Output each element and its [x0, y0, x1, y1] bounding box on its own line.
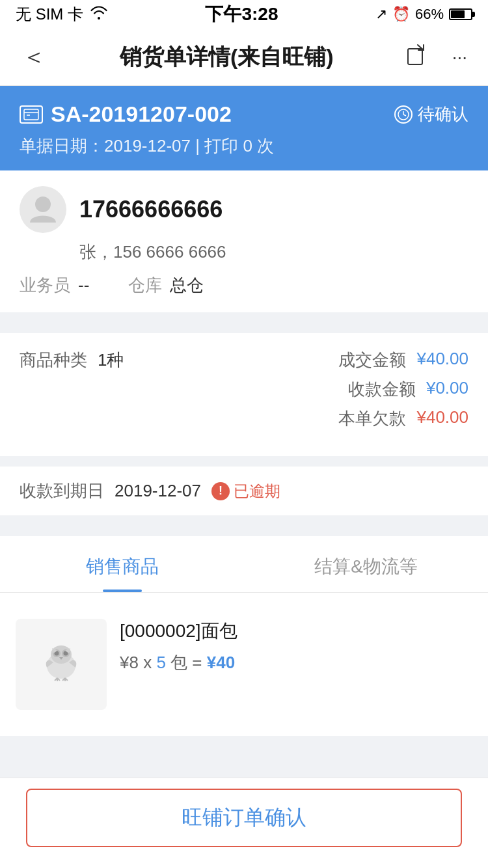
equals-sign: =: [192, 653, 206, 672]
received-row: 收款金额 ¥0.00: [348, 378, 468, 401]
status-left: 无 SIM 卡: [16, 4, 108, 25]
summary-amounts: 成交金额 ¥40.00 收款金额 ¥0.00 本单欠款 ¥40.00: [338, 349, 468, 430]
order-id-icon: [20, 105, 43, 124]
product-info: [0000002]面包 ¥8 x 5 包 = ¥40: [120, 619, 472, 674]
due-label: 收款到期日: [20, 480, 104, 502]
battery-percent: 66%: [415, 6, 444, 23]
product-item: 管+ [0000002]面包 ¥8 x 5 包 = ¥40: [16, 606, 472, 723]
multiply-sign: x: [143, 653, 156, 672]
transaction-value: ¥40.00: [416, 349, 468, 372]
summary-goods: 商品种类 1种: [20, 349, 124, 372]
customer-name: 张，156 6666 6666: [20, 241, 468, 264]
battery-icon: [449, 8, 472, 20]
received-value: ¥0.00: [426, 378, 468, 401]
nav-bar: ＜ 销货单详情(来自旺铺) ···: [0, 29, 488, 86]
avatar: [20, 186, 66, 233]
product-list: 管+ [0000002]面包 ¥8 x 5 包 = ¥40: [0, 593, 488, 736]
svg-line-6: [403, 115, 406, 116]
transaction-label: 成交金额: [338, 349, 406, 372]
status-time: 下午3:28: [205, 2, 278, 27]
tabs-bar: 销售商品 结算&物流等: [0, 536, 488, 593]
product-qty: 5: [156, 653, 165, 672]
salesperson-label: 业务员: [20, 274, 70, 297]
carrier-text: 无 SIM 卡: [16, 4, 83, 25]
divider-2: [0, 515, 488, 526]
product-unit: 包: [170, 653, 187, 672]
overdue-text: 已逾期: [234, 481, 280, 502]
owed-label: 本单欠款: [338, 407, 406, 430]
summary-section: 商品种类 1种 成交金额 ¥40.00 收款金额 ¥0.00 本单欠款 ¥40.…: [0, 333, 488, 456]
back-button[interactable]: ＜: [16, 34, 52, 79]
customer-meta: 业务员 -- 仓库 总仓: [20, 274, 468, 297]
svg-point-7: [35, 197, 51, 212]
warehouse-label: 仓库: [128, 274, 162, 297]
order-date: 单据日期：2019-12-07 | 打印 0 次: [20, 135, 468, 157]
transaction-row: 成交金额 ¥40.00: [338, 349, 468, 372]
customer-phone: 17666666666: [79, 196, 223, 223]
tabs-section: 销售商品 结算&物流等: [0, 536, 488, 736]
product-unit-price: ¥8: [120, 653, 139, 672]
goods-type-label: 商品种类: [20, 349, 87, 372]
goods-type-value: 1种: [98, 349, 124, 372]
tab-sales[interactable]: 销售商品: [0, 536, 244, 592]
svg-rect-0: [408, 49, 422, 64]
product-total: ¥40: [207, 653, 235, 672]
received-label: 收款金额: [348, 378, 416, 401]
share-button[interactable]: [401, 38, 434, 75]
warehouse-value: 总仓: [170, 274, 204, 297]
customer-section: 17666666666 张，156 6666 6666 业务员 -- 仓库 总仓: [0, 170, 488, 312]
order-status: 待确认: [394, 103, 468, 126]
due-date: 2019-12-07: [115, 481, 201, 501]
nav-actions: ···: [401, 38, 472, 75]
confirm-order-button[interactable]: 旺铺订单确认: [26, 789, 462, 847]
salesperson-field: 业务员 --: [20, 274, 89, 297]
clock-icon: [394, 105, 413, 124]
page-title: 销货单详情(来自旺铺): [120, 42, 334, 72]
owed-row: 本单欠款 ¥40.00: [338, 407, 468, 430]
wifi-icon: [90, 5, 108, 23]
warning-icon: !: [211, 482, 230, 500]
alarm-icon: ⏰: [392, 6, 410, 23]
overdue-badge: ! 已逾期: [211, 481, 280, 502]
owed-value: ¥40.00: [416, 407, 468, 430]
due-section: 收款到期日 2019-12-07 ! 已逾期: [0, 467, 488, 515]
more-button[interactable]: ···: [447, 42, 472, 73]
status-text: 待确认: [418, 103, 468, 126]
status-bar: 无 SIM 卡 下午3:28 ↗ ⏰ 66%: [0, 0, 488, 29]
summary-row: 商品种类 1种 成交金额 ¥40.00 收款金额 ¥0.00 本单欠款 ¥40.…: [20, 349, 468, 430]
status-right: ↗ ⏰ 66%: [375, 6, 472, 23]
product-name: [0000002]面包: [120, 619, 472, 644]
order-id: SA-20191207-002: [20, 102, 232, 127]
divider-1: [0, 312, 488, 323]
tab-settlement[interactable]: 结算&物流等: [244, 536, 488, 592]
order-header: SA-20191207-002 待确认 单据日期：2019-12-07 | 打印…: [0, 86, 488, 170]
salesperson-value: --: [78, 275, 89, 295]
product-thumbnail: 管+: [16, 619, 107, 710]
location-icon: ↗: [375, 6, 387, 23]
bottom-bar: 旺铺订单确认: [0, 778, 488, 868]
svg-rect-1: [24, 109, 38, 120]
product-price: ¥8 x 5 包 = ¥40: [120, 651, 472, 674]
warehouse-field: 仓库 总仓: [128, 274, 204, 297]
